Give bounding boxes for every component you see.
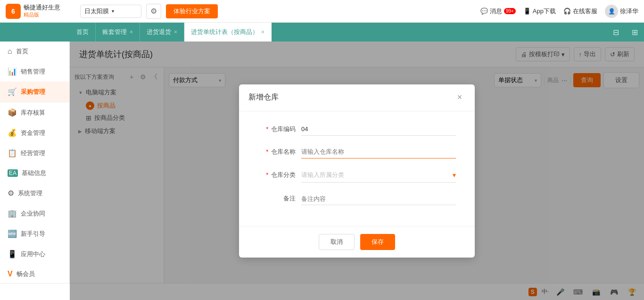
trial-button[interactable]: 体验行业方案: [166, 4, 218, 18]
tab-minimize-button[interactable]: ⊟: [606, 23, 625, 42]
cancel-button[interactable]: 取消: [319, 234, 355, 250]
message-icon: 💬: [480, 8, 488, 15]
app-edition: 精品版: [24, 11, 60, 18]
tab-bar-actions: ⊟ ⊞: [606, 23, 644, 42]
sidebar-item-operations[interactable]: 📋 经营管理: [0, 143, 69, 163]
messages-badge: 99+: [504, 8, 516, 14]
logo-area: 6 畅捷通好生意 精品版: [6, 4, 75, 19]
code-input[interactable]: [301, 123, 456, 136]
sidebar-item-member[interactable]: V 畅会员: [0, 264, 69, 284]
modal-header: 新增仓库 ×: [239, 84, 475, 111]
code-label: * 仓库编码: [258, 125, 296, 133]
tab-home-label: 首页: [76, 28, 89, 36]
tab-purchase-stats-label: 进货单统计表（按商品）: [191, 28, 258, 36]
member-icon: V: [8, 270, 13, 278]
tab-home[interactable]: 首页: [70, 23, 96, 42]
sidebar-item-guide[interactable]: 🆕 新手引导: [0, 224, 69, 244]
sidebar-item-purchase[interactable]: 🛒 采购管理: [0, 82, 69, 102]
avatar: 👤: [605, 5, 618, 18]
phone-icon: 📱: [523, 8, 531, 15]
sidebar-item-home[interactable]: ⌂ 首页: [0, 42, 69, 61]
note-textarea[interactable]: [301, 192, 456, 205]
sidebar-item-inventory[interactable]: 📦 库存核算: [0, 102, 69, 123]
sidebar-label-home: 首页: [16, 47, 28, 56]
category-label: * 仓库分类: [258, 171, 296, 179]
operations-icon: 📋: [8, 149, 17, 158]
online-service-item[interactable]: 🎧 在线客服: [563, 7, 597, 16]
modal-close-button[interactable]: ×: [454, 92, 465, 103]
save-button[interactable]: 保存: [360, 234, 395, 250]
modal-overlay: 新增仓库 × * 仓库编码: [70, 42, 644, 300]
top-header: 6 畅捷通好生意 精品版 日太阳膜 ▾ ⚙ 体验行业方案 💬 消息 99+ 📱 …: [0, 0, 644, 23]
tab-expand-button[interactable]: ⊞: [625, 23, 644, 42]
close-icon[interactable]: ×: [130, 29, 133, 35]
sidebar-label-finance: 资金管理: [21, 129, 45, 137]
form-row-category: * 仓库分类 请输入所属分类 ▾: [258, 168, 456, 183]
messages-item[interactable]: 💬 消息 99+: [480, 7, 516, 16]
sidebar-item-sales[interactable]: 📊 销售管理: [0, 61, 69, 82]
tab-purchase-stats[interactable]: 进货单统计表（按商品） ×: [184, 23, 272, 42]
form-row-name: * 仓库名称: [258, 145, 456, 158]
sidebar-label-system: 系统管理: [18, 189, 42, 198]
modal-add-warehouse: 新增仓库 × * 仓库编码: [239, 84, 475, 258]
guide-icon: 🆕: [8, 229, 17, 238]
modal-footer: 取消 保存: [239, 226, 475, 258]
sidebar: ⌂ 首页 📊 销售管理 🛒 采购管理 📦 库存核算 💰 资金管理 📋 经营管理 …: [0, 42, 70, 300]
company-icon: 🏢: [8, 209, 17, 218]
tab-bar: 首页 账套管理 × 进货退货 × 进货单统计表（按商品） × ⊟ ⊞: [0, 23, 644, 42]
modal-title: 新增仓库: [248, 92, 279, 102]
sidebar-item-company[interactable]: 🏢 企业协同: [0, 203, 69, 224]
modal-body: * 仓库编码 * 仓库名称: [239, 111, 475, 226]
home-icon: ⌂: [8, 47, 12, 56]
finance-icon: 💰: [8, 128, 17, 137]
name-label: * 仓库名称: [258, 148, 296, 156]
close-icon: ×: [457, 92, 462, 102]
chevron-down-icon: ▾: [112, 8, 114, 14]
messages-label: 消息: [490, 7, 502, 16]
sidebar-label-company: 企业协同: [21, 209, 45, 218]
sidebar-label-apps: 应用中心: [21, 250, 45, 258]
app-name: 畅捷通好生意: [24, 4, 60, 12]
name-input[interactable]: [301, 145, 456, 158]
settings-button[interactable]: ⚙: [146, 4, 161, 19]
online-service-label: 在线客服: [573, 7, 597, 16]
close-icon[interactable]: ×: [261, 29, 264, 35]
gear-icon: ⚙: [150, 7, 157, 16]
sidebar-item-apps[interactable]: 📱 应用中心: [0, 244, 69, 264]
sidebar-label-purchase: 采购管理: [21, 88, 45, 96]
app-logo-icon: 6: [6, 4, 21, 19]
app-download-item[interactable]: 📱 App下载: [523, 7, 556, 16]
header-right: 💬 消息 99+ 📱 App下载 🎧 在线客服 👤 徐泽华: [480, 5, 638, 18]
tab-account[interactable]: 账套管理 ×: [96, 23, 140, 42]
main-layout: ⌂ 首页 📊 销售管理 🛒 采购管理 📦 库存核算 💰 资金管理 📋 经营管理 …: [0, 42, 644, 300]
sales-icon: 📊: [8, 67, 17, 76]
sidebar-label-basic: 基础信息: [22, 169, 46, 177]
purchase-icon: 🛒: [8, 87, 17, 96]
logo-text-area: 畅捷通好生意 精品版: [24, 4, 60, 19]
sidebar-label-sales: 销售管理: [21, 67, 45, 76]
basic-icon: EA: [8, 169, 18, 177]
apps-icon: 📱: [8, 250, 17, 258]
sidebar-item-system[interactable]: ⚙ 系统管理: [0, 183, 69, 203]
tab-purchase-return-label: 进货退货: [147, 28, 171, 36]
category-select[interactable]: 请输入所属分类 ▾: [301, 168, 456, 183]
form-row-code: * 仓库编码: [258, 123, 456, 136]
app-download-label: App下载: [533, 7, 556, 16]
sidebar-label-inventory: 库存核算: [21, 108, 45, 117]
note-label: 备注: [258, 194, 296, 203]
content-area: 进货单统计(按商品) 🖨 按模板打印 ▾ ↑ 导出 ↺ 刷新: [70, 42, 644, 300]
inventory-icon: 📦: [8, 108, 17, 117]
close-icon[interactable]: ×: [174, 29, 177, 35]
tab-purchase-return[interactable]: 进货退货 ×: [140, 23, 184, 42]
tab-account-label: 账套管理: [102, 28, 127, 36]
headset-icon: 🎧: [563, 8, 571, 15]
store-name: 日太阳膜: [84, 7, 109, 16]
sidebar-item-basic[interactable]: EA 基础信息: [0, 163, 69, 183]
user-item[interactable]: 👤 徐泽华: [605, 5, 638, 18]
category-placeholder: 请输入所属分类: [301, 171, 344, 179]
sidebar-label-guide: 新手引导: [21, 230, 45, 238]
sidebar-item-finance[interactable]: 💰 资金管理: [0, 123, 69, 143]
store-selector[interactable]: 日太阳膜 ▾: [80, 5, 141, 18]
system-icon: ⚙: [8, 189, 14, 198]
form-row-note: 备注: [258, 192, 456, 205]
